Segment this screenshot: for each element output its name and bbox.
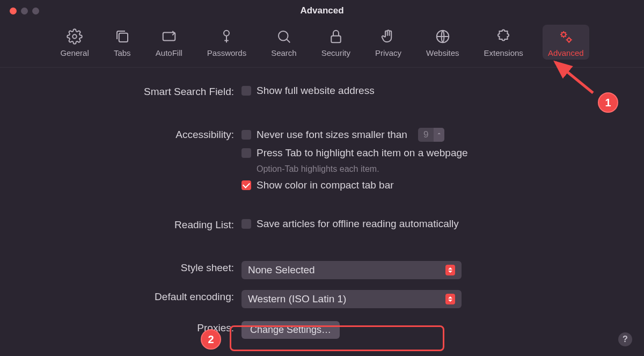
press-tab-label: Press Tab to highlight each item on a we… bbox=[257, 147, 468, 159]
show-color-label: Show color in compact tab bar bbox=[257, 179, 394, 191]
advanced-pane: Smart Search Field: Show full website ad… bbox=[0, 68, 644, 356]
tab-privacy[interactable]: Privacy bbox=[370, 25, 407, 60]
show-full-address-checkbox[interactable] bbox=[241, 86, 251, 96]
puzzle-icon bbox=[495, 28, 512, 45]
tab-label: Passwords bbox=[207, 48, 246, 57]
tab-label: Security bbox=[321, 48, 350, 57]
svg-point-8 bbox=[567, 38, 570, 41]
hand-icon bbox=[379, 28, 397, 45]
change-settings-button[interactable]: Change Settings… bbox=[241, 321, 340, 339]
default-encoding-label: Default encoding: bbox=[27, 290, 241, 303]
gears-icon bbox=[557, 28, 574, 45]
svg-rect-5 bbox=[331, 36, 341, 43]
svg-point-4 bbox=[279, 31, 288, 41]
style-sheet-value: None Selected bbox=[248, 264, 315, 276]
svg-point-0 bbox=[72, 34, 77, 39]
tab-advanced[interactable]: Advanced bbox=[543, 25, 589, 60]
tab-label: Extensions bbox=[484, 48, 523, 57]
tab-label: Tabs bbox=[114, 48, 131, 57]
window-title: Advanced bbox=[0, 5, 644, 16]
press-tab-checkbox[interactable] bbox=[241, 148, 251, 158]
tab-search[interactable]: Search bbox=[266, 25, 302, 60]
tab-websites[interactable]: Websites bbox=[421, 25, 464, 60]
font-size-value: 9 bbox=[418, 128, 434, 142]
default-encoding-value: Western (ISO Latin 1) bbox=[248, 293, 346, 305]
font-size-stepper[interactable]: 9 ⌃ bbox=[418, 128, 444, 142]
tab-tabs[interactable]: Tabs bbox=[108, 25, 136, 60]
tabs-icon bbox=[114, 28, 131, 45]
svg-point-3 bbox=[224, 31, 229, 36]
svg-rect-1 bbox=[119, 33, 128, 42]
tab-label: Search bbox=[271, 48, 297, 57]
save-articles-label: Save articles for offline reading automa… bbox=[257, 218, 459, 230]
preferences-toolbar: General Tabs AutoFill Passwords Search S… bbox=[0, 21, 644, 68]
tab-label: Privacy bbox=[375, 48, 401, 57]
style-sheet-label: Style sheet: bbox=[27, 261, 241, 274]
key-icon bbox=[218, 28, 235, 45]
reading-list-label: Reading List: bbox=[27, 218, 241, 231]
show-color-checkbox[interactable] bbox=[241, 180, 251, 190]
style-sheet-select[interactable]: None Selected bbox=[241, 261, 462, 279]
default-encoding-select[interactable]: Western (ISO Latin 1) bbox=[241, 290, 462, 308]
tab-label: Websites bbox=[426, 48, 459, 57]
select-arrows-icon bbox=[445, 265, 455, 275]
lock-icon bbox=[327, 28, 345, 45]
tab-security[interactable]: Security bbox=[316, 25, 356, 60]
gear-icon bbox=[66, 28, 83, 45]
never-font-size-label: Never use font sizes smaller than bbox=[257, 129, 407, 141]
chevron-updown-icon[interactable]: ⌃ bbox=[434, 128, 444, 142]
accessibility-label: Accessibility: bbox=[27, 128, 241, 141]
select-arrows-icon bbox=[445, 294, 455, 304]
annotation-callout-2: 2 bbox=[201, 329, 221, 350]
tab-general[interactable]: General bbox=[55, 25, 94, 60]
never-font-size-checkbox[interactable] bbox=[241, 130, 251, 140]
search-icon bbox=[275, 28, 292, 45]
smart-search-label: Smart Search Field: bbox=[27, 85, 241, 98]
tab-label: AutoFill bbox=[156, 48, 182, 57]
help-button[interactable]: ? bbox=[618, 332, 632, 346]
globe-icon bbox=[434, 28, 451, 45]
tab-autofill[interactable]: AutoFill bbox=[150, 25, 188, 60]
tab-passwords[interactable]: Passwords bbox=[202, 25, 252, 60]
annotation-callout-1: 1 bbox=[598, 92, 618, 113]
tab-label: Advanced bbox=[548, 48, 584, 57]
tab-label: General bbox=[60, 48, 89, 57]
tab-extensions[interactable]: Extensions bbox=[479, 25, 529, 60]
pencil-icon bbox=[160, 28, 178, 45]
show-full-address-label: Show full website address bbox=[257, 85, 375, 97]
save-articles-checkbox[interactable] bbox=[241, 219, 251, 229]
titlebar: Advanced bbox=[0, 0, 644, 21]
option-tab-hint: Option-Tab highlights each item. bbox=[257, 164, 617, 174]
